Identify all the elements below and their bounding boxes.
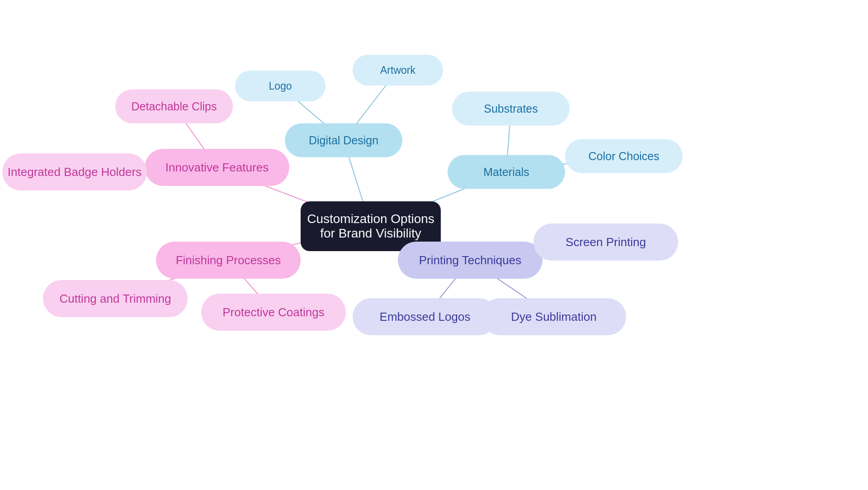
substrates-node[interactable]: Substrates xyxy=(452,92,570,126)
finishing-processes-node[interactable]: Finishing Processes xyxy=(156,242,301,279)
screen-printing-node[interactable]: Screen Printing xyxy=(533,224,678,261)
dye-sublimation-node[interactable]: Dye Sublimation xyxy=(481,298,626,335)
printing-techniques-node[interactable]: Printing Techniques xyxy=(398,242,542,279)
cutting-trimming-node[interactable]: Cutting and Trimming xyxy=(43,280,188,317)
embossed-logos-node[interactable]: Embossed Logos xyxy=(353,298,497,335)
innovative-features-node[interactable]: Innovative Features xyxy=(145,149,289,186)
logo-node[interactable]: Logo xyxy=(235,71,326,101)
digital-design-node[interactable]: Digital Design xyxy=(285,124,402,157)
materials-node[interactable]: Materials xyxy=(448,155,565,189)
mindmap-container: Customization Options for Brand Visibili… xyxy=(0,0,868,490)
integrated-badge-node[interactable]: Integrated Badge Holders xyxy=(2,153,147,190)
color-choices-node[interactable]: Color Choices xyxy=(565,139,683,173)
protective-coatings-node[interactable]: Protective Coatings xyxy=(201,294,346,331)
artwork-node[interactable]: Artwork xyxy=(353,55,443,86)
detachable-clips-node[interactable]: Detachable Clips xyxy=(115,90,233,124)
